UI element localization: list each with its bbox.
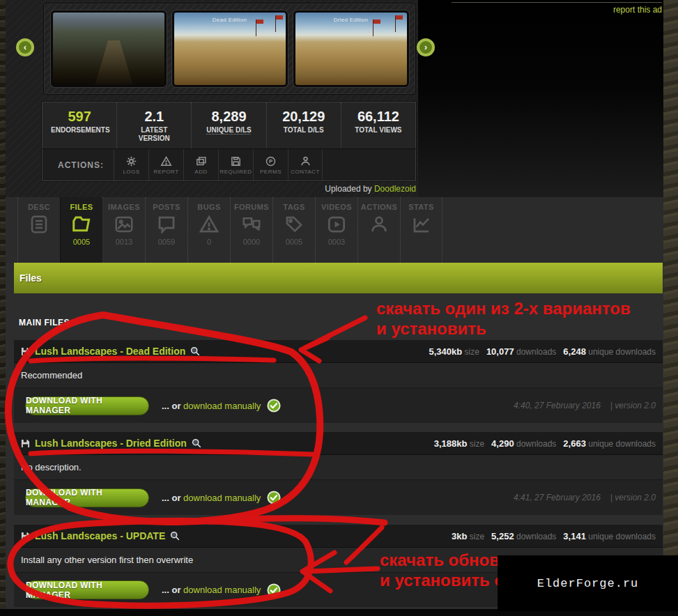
file-size: 5,340kb [429, 346, 462, 357]
downloads-label: downloads [516, 532, 556, 541]
floppy-icon [21, 532, 30, 541]
tab-label: FORUMS [234, 203, 269, 211]
action-required[interactable]: REQUIRED [218, 149, 253, 180]
chevron-left-icon: ‹ [24, 43, 26, 52]
carousel-thumbnail-2[interactable]: Dead Edition [172, 10, 288, 87]
tab-count: 0013 [116, 238, 132, 246]
downloads-label: downloads [516, 439, 556, 449]
file-description: Recommended [14, 363, 663, 388]
tab-bugs[interactable]: BUGS 0 [187, 197, 230, 263]
unique-downloads-label: unique downloads [588, 532, 656, 541]
download-manually-link[interactable]: download manually [183, 401, 261, 411]
check-icon [267, 491, 281, 505]
watermark-text: ElderForge.ru [537, 577, 639, 590]
action-label: REPORT [153, 169, 178, 175]
stat-label: TOTAL VIEWS [355, 126, 401, 134]
unique-downloads-label: unique downloads [588, 439, 656, 449]
stat-total-downloads: 20,129 TOTAL D/LS [266, 102, 341, 148]
download-with-manager-button[interactable]: DOWNLOAD WITH MANAGER [25, 396, 149, 415]
action-contact[interactable]: CONTACT [288, 149, 323, 180]
magnifier-icon[interactable] [170, 531, 180, 541]
file-unique-downloads: 6,248 [563, 346, 586, 357]
report-ad-link[interactable]: report this ad [613, 5, 662, 15]
tab-forums[interactable]: FORUMS 0000 [230, 197, 272, 263]
file-header-row: Lush Landscapes - Dead Edition 5,340kb s… [14, 340, 663, 363]
add-images-icon [195, 155, 207, 167]
annotation-text: скачать один из 2-х вариантов [376, 298, 631, 318]
file-size: 3kb [452, 531, 467, 541]
file-stats: 3,188kb size4,290 downloads2,663 unique … [434, 438, 656, 449]
tab-videos[interactable]: VIDEOS 0003 [315, 197, 357, 263]
action-label: LOGS [123, 169, 139, 175]
download-manually-link[interactable]: download manually [183, 493, 261, 503]
tab-label: IMAGES [108, 203, 140, 211]
tab-stats[interactable]: STATS [400, 197, 442, 263]
tab-count: 0003 [328, 238, 345, 246]
carousel-thumbnail-3[interactable]: Dried Edition [293, 10, 409, 87]
action-label: CONTACT [291, 169, 320, 175]
carousel-thumbnail-1[interactable] [51, 10, 167, 87]
download-with-manager-button[interactable]: DOWNLOAD WITH MANAGER [25, 580, 149, 599]
tab-tags[interactable]: TAGS 0005 [272, 197, 315, 263]
tab-count: 0000 [243, 238, 260, 246]
action-label: REQUIRED [219, 169, 252, 175]
download-manually-link[interactable]: download manually [183, 585, 261, 595]
action-add[interactable]: ADD [183, 149, 218, 180]
permissions-icon: P [265, 155, 277, 167]
stat-latest-version: 2.1 LATEST VERSION [116, 102, 191, 148]
download-with-manager-button[interactable]: DOWNLOAD WITH MANAGER [25, 488, 149, 507]
gear-icon [125, 155, 137, 167]
stat-value: 597 [68, 109, 91, 125]
action-perms[interactable]: P PERMS [253, 149, 288, 180]
tab-label: DESC [28, 203, 50, 211]
stat-value: 66,112 [357, 109, 399, 125]
uploader-link[interactable]: Doodlezoid [374, 184, 416, 194]
tab-desc[interactable]: DESC [17, 197, 60, 263]
annotation-text: и установить [376, 318, 631, 339]
flag-decoration [396, 15, 403, 20]
file-downloads: 5,252 [491, 531, 514, 541]
action-label: ADD [194, 169, 207, 175]
annotation-circle-extension [209, 518, 385, 523]
tab-label: VIDEOS [321, 203, 352, 211]
tab-images[interactable]: IMAGES 0013 [102, 197, 145, 263]
uploaded-by-text: Uploaded by [325, 184, 374, 194]
file-downloads: 4,290 [491, 438, 514, 449]
flag-decoration [256, 20, 263, 24]
file-description: No description. [14, 455, 663, 480]
thumbnail-caption: Dead Edition [174, 17, 286, 23]
tab-files[interactable]: FILES 0005 [60, 197, 102, 263]
file-size: 3,188kb [434, 438, 468, 449]
flag-decoration [373, 20, 380, 24]
tab-actions[interactable]: ACTIONS [357, 197, 400, 263]
magnifier-icon[interactable] [190, 346, 200, 356]
upload-date: 4:41, 27 February 2016 [514, 493, 601, 502]
magnifier-icon[interactable] [192, 438, 201, 448]
file-name-link[interactable]: Lush Landscapes - UPDATE [35, 530, 165, 541]
tag-icon [284, 211, 305, 238]
carousel-next-button[interactable]: › [417, 38, 435, 56]
size-label: size [465, 347, 479, 357]
action-logs[interactable]: LOGS [114, 149, 148, 180]
stat-endorsements: 597 ENDORSEMENTS [43, 102, 116, 148]
actions-toolbar: ACTIONS: LOGS REPORT ADD REQUIRED P PERM… [42, 149, 416, 181]
chevron-right-icon: › [424, 43, 427, 52]
file-date: 4:41, 27 February 2016| version 2.0 [514, 493, 656, 502]
file-name-link[interactable]: Lush Landscapes - Dead Edition [35, 346, 185, 357]
file-downloads: 10,077 [486, 346, 514, 357]
image-carousel: Dead Edition Dried Edition [43, 3, 416, 95]
manual-prefix: ... or [162, 401, 183, 411]
stat-label: ENDORSEMENTS [51, 126, 108, 134]
file-unique-downloads: 3,141 [563, 531, 586, 541]
carousel-prev-button[interactable]: ‹ [16, 38, 34, 56]
tab-count: 0005 [73, 238, 90, 246]
file-header-row: Lush Landscapes - UPDATE 3kb size5,252 d… [14, 525, 663, 548]
action-label: PERMS [260, 169, 282, 175]
file-entry-dried-edition: Lush Landscapes - Dried Edition 3,188kb … [14, 432, 663, 515]
image-icon [114, 211, 134, 238]
action-report[interactable]: REPORT [148, 149, 183, 180]
tab-count: 0005 [286, 238, 302, 246]
tab-posts[interactable]: POSTS 0059 [145, 197, 187, 263]
file-name-link[interactable]: Lush Landscapes - Dried Edition [35, 438, 187, 449]
tab-label: BUGS [197, 203, 220, 211]
